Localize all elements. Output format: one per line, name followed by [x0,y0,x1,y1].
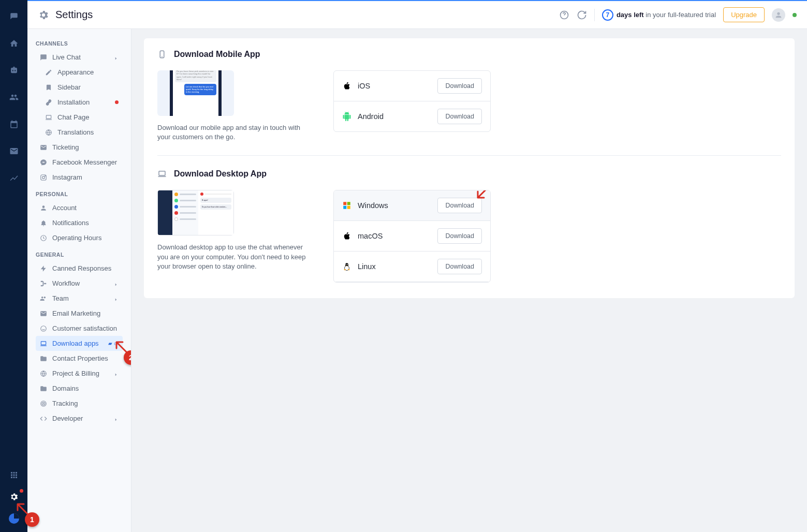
download-linux-button[interactable]: Download [437,259,482,274]
people-icon [40,295,47,302]
rail-inbox[interactable] [7,9,21,24]
avatar[interactable] [772,8,785,22]
link-icon [45,99,52,106]
help-icon[interactable] [559,10,569,20]
desktop-title: Download Desktop App [174,169,267,179]
svg-rect-22 [343,202,346,205]
sidebar-item-operating-hours[interactable]: Operating Hours [36,230,123,245]
rail-brand[interactable] [7,511,21,526]
sidebar-item-appearance[interactable]: Appearance [36,65,123,80]
platform-icons: ▰▭ [107,341,119,346]
sidebar-item-label: Account [52,204,77,212]
sidebar-item-translations[interactable]: Translations [36,125,123,140]
rail-settings[interactable] [7,490,21,504]
chat-bubble-icon [40,54,47,61]
refresh-icon[interactable] [577,10,587,20]
sidebar-item-label: Facebook Messenger [52,158,117,166]
sidebar-item-workflow[interactable]: Workflow [36,276,123,291]
smile-icon [40,325,47,332]
sidebar-item-label: Ticketing [52,143,79,151]
laptop-icon [40,340,47,347]
sidebar-item-tracking[interactable]: Tracking [36,396,123,411]
clock-icon [40,234,47,242]
sidebar-item-download-apps[interactable]: Download apps▰▭2 [36,336,123,351]
download-ios-button[interactable]: Download [437,78,482,94]
mobile-title: Download Mobile App [174,50,260,59]
sidebar-item-project-billing[interactable]: Project & Billing [36,366,123,381]
os-label: iOS [358,82,370,90]
divider [594,9,595,21]
sidebar-item-label: Canned Responses [52,264,111,272]
sidebar-item-sidebar[interactable]: Sidebar [36,80,123,95]
app-rail [0,0,27,532]
download-windows-button[interactable]: Download [437,198,482,213]
svg-point-30 [344,269,346,270]
dl-row-linux: Linux Download [334,252,490,282]
sidebar-item-instagram[interactable]: Instagram [36,170,123,185]
globe-icon [40,370,47,377]
sidebar-item-ticketing[interactable]: Ticketing [36,140,123,155]
sidebar-heading: PERSONAL [36,187,123,200]
alert-dot [115,100,119,104]
top-bar: Settings 7 days left in your full-featur… [27,0,807,29]
trial-badge: 7 days left in your full-featured trial [602,9,716,21]
rail-analytics[interactable] [7,171,21,185]
svg-rect-12 [41,341,46,344]
sidebar-item-label: Sidebar [57,83,81,91]
bookmark-icon [45,84,52,91]
chevron-right-icon [113,416,119,421]
sidebar-item-label: Team [52,294,69,302]
sidebar-item-label: Notifications [52,219,89,227]
folder-icon [40,385,47,392]
rail-mail[interactable] [7,144,21,158]
sidebar-item-notifications[interactable]: Notifications [36,215,123,230]
upgrade-button[interactable]: Upgrade [723,7,765,22]
target-icon [40,400,47,407]
sidebar-item-label: Workflow [52,279,80,287]
sidebar-item-installation[interactable]: Installation [36,95,123,110]
sidebar-item-label: Installation [57,98,90,106]
mobile-icon [157,50,167,59]
sidebar-item-facebook-messenger[interactable]: Facebook Messenger [36,155,123,170]
sidebar-item-domains[interactable]: Domains [36,381,123,396]
apple-icon [342,81,351,91]
sidebar-item-label: Translations [57,128,94,136]
apple-icon [342,231,351,241]
download-android-button[interactable]: Download [437,109,482,124]
svg-rect-10 [41,285,43,286]
desktop-preview: Hi again! Do you have those white sneake… [157,190,234,235]
sidebar-item-developer[interactable]: Developer [36,411,123,426]
mail-icon [40,310,47,317]
trial-days-number: 7 [602,9,613,21]
sidebar-item-team[interactable]: Team [36,291,123,306]
rail-bot[interactable] [7,63,21,78]
sidebar-item-chat-page[interactable]: Chat Page [36,110,123,125]
laptop-icon [45,114,52,121]
sidebar-item-canned-responses[interactable]: Canned Responses [36,261,123,276]
sidebar-item-customer-satisfaction[interactable]: Customer satisfaction [36,321,123,336]
download-macos-button[interactable]: Download [437,228,482,244]
dl-row-windows: Windows Download [334,190,490,221]
rail-contacts[interactable] [7,90,21,105]
desktop-desc: Download desktop app to use the chat whe… [157,243,313,271]
sidebar-item-account[interactable]: Account [36,200,123,215]
sidebar-item-email-marketing[interactable]: Email Marketing [36,306,123,321]
svg-point-28 [346,264,347,265]
rail-calendar[interactable] [7,117,21,131]
bolt-icon [40,265,47,272]
rail-apps[interactable] [7,468,21,482]
sidebar-item-contact-properties[interactable]: Contact Properties [36,351,123,366]
sidebar-item-label: Contact Properties [52,354,108,362]
svg-rect-1 [46,115,51,118]
pencil-icon [45,69,52,76]
sidebar-heading: GENERAL [36,247,123,261]
sidebar-item-live-chat[interactable]: Live Chat [36,50,123,65]
mobile-preview: Msell Pro Hi again! Do you have these pi… [157,70,234,116]
rail-home[interactable] [7,36,21,51]
settings-sidebar: CHANNELSLive ChatAppearanceSidebarInstal… [27,29,131,532]
svg-rect-9 [44,283,46,284]
status-dot [793,13,797,17]
globe-icon [45,129,52,136]
sidebar-item-label: Project & Billing [52,370,99,377]
chevron-right-icon [113,296,119,301]
